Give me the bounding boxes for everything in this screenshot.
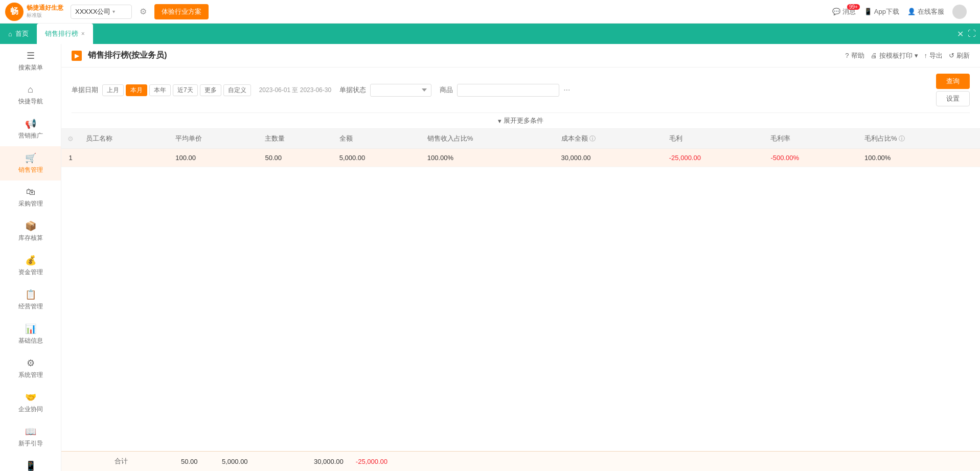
more-dots-icon[interactable]: ···: [563, 85, 570, 95]
cell-amount: 5,000.00: [333, 149, 421, 167]
goods-input[interactable]: [457, 84, 559, 97]
col-cost-amount: 成本全额 ⓘ: [555, 129, 663, 149]
sidebar-item-基础信息[interactable]: 📊基础信息: [0, 317, 61, 351]
date-filter: 单据日期 上月本月本年近7天更多自定义 2023-06-01 至 2023-06…: [72, 84, 331, 96]
sidebar-item-营销推广[interactable]: 📢营销推广: [0, 112, 61, 146]
sidebar-item-资金管理[interactable]: 💰资金管理: [0, 249, 61, 283]
col-employee-name: 员工名称: [80, 129, 169, 149]
sidebar-item-库存核算[interactable]: 📦库存核算: [0, 214, 61, 249]
date-btn-自定义[interactable]: 自定义: [223, 84, 251, 96]
message-button[interactable]: 💬 消息 99+: [832, 7, 856, 16]
header-right: 💬 消息 99+ 📱 App下载 👤 在线客服: [832, 5, 975, 19]
footer-profit: -25,000.00: [350, 458, 394, 465]
logo-area: 畅 畅捷通好生意 标准版: [5, 3, 66, 21]
phone-icon: 📱: [864, 8, 872, 15]
col-settings-icon[interactable]: ⚙: [61, 129, 80, 149]
date-btn-更多[interactable]: 更多: [200, 84, 221, 96]
logo-icon: 畅: [5, 3, 24, 21]
nav-right-buttons: ✕ ⛶: [957, 29, 980, 39]
company-select[interactable]: XXXXX公司 ▾: [71, 5, 132, 19]
col-avg-price: 平均单价: [169, 129, 259, 149]
date-btn-本月[interactable]: 本月: [126, 84, 147, 96]
expand-label: 展开更多条件: [504, 116, 543, 125]
sidebar-item-新手引导[interactable]: 📖新手引导: [0, 420, 61, 454]
close-icon[interactable]: ×: [81, 30, 85, 37]
help-icon: ?: [845, 52, 849, 59]
app-label: App下载: [874, 7, 899, 16]
goods-filter: 商品 ···: [440, 84, 570, 97]
sidebar-item-企业协同[interactable]: 🤝企业协同: [0, 386, 61, 420]
expand-conditions-button[interactable]: ▾ 展开更多条件: [498, 116, 543, 125]
date-btn-近7天[interactable]: 近7天: [173, 84, 198, 96]
company-name: XXXXX公司: [75, 7, 110, 16]
settings-icon-btn[interactable]: ⚙: [136, 5, 150, 19]
refresh-button[interactable]: ↺ 刷新: [949, 51, 970, 60]
date-range: 2023-06-01 至 2023-06-30: [259, 86, 331, 95]
date-btn-上月[interactable]: 上月: [102, 84, 124, 96]
status-filter: 单据状态: [339, 84, 431, 97]
footer-total-label: 合计: [108, 457, 134, 466]
logo-sub: 标准版: [27, 12, 63, 19]
footer-cost-amount: 30,000.00: [308, 458, 350, 465]
sidebar-item-应用中心[interactable]: 📱应用中心: [0, 454, 61, 471]
cell-main-qty: 50.00: [259, 149, 333, 167]
app-download-button[interactable]: 📱 App下载: [864, 7, 899, 16]
date-btn-本年[interactable]: 本年: [149, 84, 171, 96]
col-main-qty: 主数量: [259, 129, 333, 149]
sidebar-item-系统管理[interactable]: ⚙系统管理: [0, 351, 61, 386]
tab-home[interactable]: ⌂ 首页: [0, 24, 37, 44]
online-service-button[interactable]: 👤 在线客服: [907, 7, 944, 16]
table-footer: 合计 50.00 5,000.00 30,000.00 -25,000.00: [61, 451, 980, 471]
refresh-icon: ↺: [949, 52, 954, 59]
export-button[interactable]: ↑ 导出: [924, 51, 943, 60]
cell-seq: 1: [61, 149, 80, 167]
sidebar-item-经营管理[interactable]: 📋经营管理: [0, 283, 61, 317]
tab-sales-ranking[interactable]: 销售排行榜 ×: [37, 24, 93, 44]
sidebar-item-快捷导航[interactable]: ⌂快捷导航: [0, 78, 61, 112]
col-profit-pct: 毛利占比% ⓘ: [858, 129, 980, 149]
table-body: 1 100.00 50.00 5,000.00 100.00% 30,000.0…: [61, 149, 980, 167]
filter-area: 单据日期 上月本月本年近7天更多自定义 2023-06-01 至 2023-06…: [61, 68, 980, 129]
goods-label: 商品: [440, 85, 453, 95]
message-icon: 💬: [832, 8, 840, 15]
expand-filter-icon[interactable]: ▶: [72, 51, 82, 61]
message-badge: 99+: [847, 4, 860, 10]
table-row: 1 100.00 50.00 5,000.00 100.00% 30,000.0…: [61, 149, 980, 167]
cell-avg-price: 100.00: [169, 149, 259, 167]
status-select[interactable]: [370, 84, 431, 97]
page-header-actions: ? 帮助 🖨 按模板打印 ▾ ↑ 导出 ↺ 刷新: [845, 51, 970, 60]
service-label: 在线客服: [918, 7, 944, 16]
cell-profit-rate: -500.00%: [764, 149, 858, 167]
home-tab-label: 首页: [15, 29, 29, 38]
col-profit: 毛利: [663, 129, 765, 149]
col-sales-pct: 销售收入占比%: [421, 129, 555, 149]
avatar[interactable]: [952, 5, 967, 19]
sidebar-item-销售管理[interactable]: 🛒销售管理: [0, 146, 61, 181]
print-button[interactable]: 🖨 按模板打印 ▾: [871, 51, 918, 60]
sidebar-item-搜索菜单[interactable]: ☰搜索菜单: [0, 44, 61, 78]
tab-active-label: 销售排行榜: [45, 29, 78, 38]
filter-setting-button[interactable]: 设置: [936, 91, 970, 106]
print-icon: 🖨: [871, 52, 877, 59]
profit-pct-info-icon[interactable]: ⓘ: [899, 135, 905, 142]
nav-close-btn[interactable]: ✕: [957, 29, 964, 39]
table-header-row: ⚙ 员工名称 平均单价 主数量 全额 销售收入占比% 成本全额 ⓘ 毛利 毛利率…: [61, 129, 980, 149]
cell-sales-pct: 100.00%: [421, 149, 555, 167]
col-amount: 全额: [333, 129, 421, 149]
table-wrapper: ⚙ 员工名称 平均单价 主数量 全额 销售收入占比% 成本全额 ⓘ 毛利 毛利率…: [61, 129, 980, 451]
nav-expand-btn[interactable]: ⛶: [968, 29, 976, 38]
expand-row: ▾ 展开更多条件: [72, 113, 970, 128]
service-icon: 👤: [907, 8, 916, 15]
cell-name: [80, 149, 169, 167]
filter-row-1: 单据日期 上月本月本年近7天更多自定义 2023-06-01 至 2023-06…: [72, 74, 970, 113]
help-button[interactable]: ? 帮助: [845, 51, 864, 60]
col-profit-rate: 毛利率: [764, 129, 858, 149]
top-header: 畅 畅捷通好生意 标准版 XXXXX公司 ▾ ⚙ 体验行业方案 💬 消息 99+…: [0, 0, 980, 24]
cost-info-icon[interactable]: ⓘ: [589, 135, 596, 142]
sidebar-item-采购管理[interactable]: 🛍采购管理: [0, 181, 61, 214]
cell-cost-amount: 30,000.00: [555, 149, 663, 167]
query-button[interactable]: 查询: [936, 74, 970, 89]
filter-actions: 查询 设置: [936, 74, 970, 106]
cell-profit-pct: 100.00%: [858, 149, 980, 167]
trial-button[interactable]: 体验行业方案: [154, 4, 209, 19]
